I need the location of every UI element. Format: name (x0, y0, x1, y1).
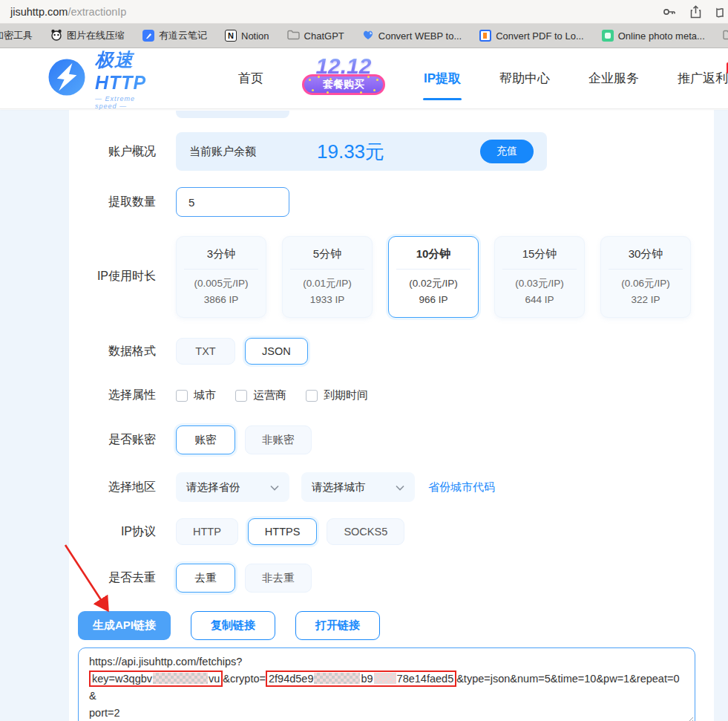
protocol-option-https-selected[interactable]: HTTPS (248, 518, 318, 545)
brand-logo[interactable]: 极速HTTP — Extreme speed — (46, 48, 149, 110)
page-background: 账户概况 当前账户余额 19.33元 充值 提取数量 IP使用时长 3分钟 (0… (0, 110, 728, 721)
province-select[interactable]: 请选择省份 (176, 472, 289, 502)
actions-row: 生成API链接 复制链接 打开链接 (78, 611, 714, 640)
quantity-input[interactable] (176, 187, 289, 217)
province-city-code-link[interactable]: 省份城市代码 (428, 480, 495, 495)
balance-value: 19.33元 (317, 139, 384, 165)
attr-checkbox-city[interactable]: 城市 (176, 388, 216, 402)
nav-enterprise[interactable]: 企业服务 (588, 70, 639, 87)
dedupe-row: 是否去重 去重 非去重 (78, 564, 714, 593)
extraction-form-card: 账户概况 当前账户余额 19.33元 充值 提取数量 IP使用时长 3分钟 (0… (69, 110, 714, 721)
duration-option-10min-selected[interactable]: 10分钟 (0.02元/IP) 966 IP (388, 236, 479, 318)
photo-icon (602, 30, 614, 42)
nav-ip-extract[interactable]: IP提取 (424, 70, 461, 87)
folder-icon (723, 30, 728, 42)
duration-option-3min[interactable]: 3分钟 (0.005元/IP) 3866 IP (176, 236, 266, 318)
brand-tagline: — Extreme speed — (95, 95, 149, 110)
bookmark-convert-webp[interactable]: Convert WEBP to... (362, 30, 462, 42)
duration-row: IP使用时长 3分钟 (0.005元/IP) 3866 IP 5分钟 (0.01… (78, 236, 714, 318)
recharge-button[interactable]: 充值 (480, 140, 534, 163)
bookmark-image-compress[interactable]: 图片在线压缩 (50, 29, 125, 43)
clipped-element-above (176, 111, 289, 118)
copy-link-button[interactable]: 复制链接 (191, 611, 275, 640)
duration-option-5min[interactable]: 5分钟 (0.01元/IP) 1933 IP (282, 236, 373, 318)
duration-option-15min[interactable]: 15分钟 (0.03元/IP) 644 IP (494, 236, 585, 318)
attrs-label: 选择属性 (78, 388, 156, 403)
attrs-row: 选择属性 城市 运营商 到期时间 (78, 388, 714, 403)
nav-home[interactable]: 首页 (238, 70, 263, 87)
panda-icon (50, 29, 62, 43)
site-header: 极速HTTP — Extreme speed — 首页 12.12 套餐购买 I… (0, 48, 728, 109)
bookmark-encrypt-tool[interactable]: 加密工具 (0, 29, 33, 42)
censored-crypto-mosaic (374, 673, 396, 684)
bookmark-notion[interactable]: N Notion (225, 30, 269, 42)
promo-buy-label: 套餐购买 (302, 74, 385, 95)
protocol-row: IP协议 HTTP HTTPS SOCKS5 (78, 518, 714, 545)
notion-icon: N (225, 30, 237, 42)
duration-label: IP使用时长 (78, 269, 156, 284)
region-row: 选择地区 请选择省份 请选择城市 省份城市代码 (78, 472, 714, 502)
format-option-json-selected[interactable]: JSON (245, 338, 308, 365)
format-label: 数据格式 (78, 344, 156, 359)
main-nav: 首页 12.12 套餐购买 IP提取 帮助中心 企业服务 推广返利 (238, 59, 728, 98)
auth-label: 是否账密 (78, 432, 156, 448)
dedupe-label: 是否去重 (78, 570, 156, 586)
checkbox-icon[interactable] (176, 390, 188, 402)
generate-api-link-button[interactable]: 生成API链接 (78, 611, 171, 640)
api-url-line3: port=2 (89, 705, 684, 721)
quantity-label: 提取数量 (78, 195, 156, 210)
bookmark-relakkes-folder[interactable]: Relakkes (723, 30, 728, 42)
resize-handle[interactable] (685, 717, 693, 721)
chevron-down-icon (270, 481, 279, 493)
nav-help-center[interactable]: 帮助中心 (499, 70, 550, 87)
bookmark-youdao-note[interactable]: 有道云笔记 (142, 29, 207, 42)
auth-row: 是否账密 账密 非账密 (78, 425, 714, 454)
censored-crypto-mosaic (314, 673, 360, 684)
bookmark-photo-meta[interactable]: Online photo meta... (602, 30, 705, 42)
checkbox-icon[interactable] (235, 390, 247, 402)
censored-key-mosaic (153, 673, 208, 684)
chevron-down-icon (396, 481, 404, 493)
browser-url-bar[interactable]: jisuhttp.com/extractionIp (0, 0, 728, 24)
crypto-highlight-box: 2f94d5e9b978e14faed5 (266, 671, 456, 687)
dedupe-option-yes-selected[interactable]: 去重 (176, 564, 235, 593)
share-icon[interactable] (690, 5, 701, 19)
promo-date: 12.12 (302, 56, 385, 76)
checkbox-icon[interactable] (306, 390, 318, 402)
tabs-icon[interactable] (716, 6, 727, 18)
key-icon[interactable] (663, 7, 675, 16)
format-row: 数据格式 TXT JSON (78, 338, 714, 365)
account-row: 账户概况 当前账户余额 19.33元 充值 (78, 132, 714, 171)
bookmark-chatgpt-folder[interactable]: ChatGPT (287, 30, 344, 42)
nav-promotion-rebate[interactable]: 推广返利 (678, 70, 728, 87)
protocol-option-socks5[interactable]: SOCKS5 (327, 518, 404, 545)
auth-option-noaccount[interactable]: 非账密 (245, 425, 312, 454)
city-select[interactable]: 请选择城市 (301, 472, 415, 502)
duration-option-30min[interactable]: 30分钟 (0.06元/IP) 322 IP (600, 236, 691, 318)
api-url-textarea[interactable]: https://api.jisuhttp.com/fetchips? key=w… (78, 647, 695, 721)
dedupe-option-no[interactable]: 非去重 (245, 564, 312, 593)
open-link-button[interactable]: 打开链接 (295, 611, 380, 640)
attr-checkbox-carrier[interactable]: 运营商 (235, 388, 286, 402)
account-label: 账户概况 (78, 144, 156, 160)
attr-checkbox-expiry[interactable]: 到期时间 (306, 388, 368, 402)
brand-name: 极速HTTP (95, 48, 149, 94)
api-url-line1: https://api.jisuhttp.com/fetchips? (89, 653, 684, 671)
heart-icon (362, 30, 374, 42)
url-path: /extractionIp (68, 6, 126, 18)
auth-option-account-selected[interactable]: 账密 (176, 425, 235, 454)
bookmark-convert-pdf[interactable]: Convert PDF to Lo... (479, 30, 584, 42)
pdf-icon (479, 30, 491, 42)
protocol-option-http[interactable]: HTTP (176, 518, 238, 545)
youdao-icon (142, 30, 154, 42)
account-balance-panel: 当前账户余额 19.33元 充值 (176, 132, 547, 171)
lightning-logo-icon (46, 56, 88, 101)
protocol-label: IP协议 (78, 524, 156, 540)
format-option-txt[interactable]: TXT (176, 338, 235, 365)
folder-icon (287, 30, 300, 42)
url-host[interactable]: jisuhttp.com (10, 6, 68, 18)
key-highlight-box: key=w3qgbvvu (89, 671, 223, 687)
bookmarks-bar: 加密工具 图片在线压缩 有道云笔记 N Notion ChatGPT Conve… (0, 24, 728, 48)
quantity-row: 提取数量 (78, 187, 714, 217)
promo-badge-1212[interactable]: 12.12 套餐购买 (302, 56, 385, 95)
